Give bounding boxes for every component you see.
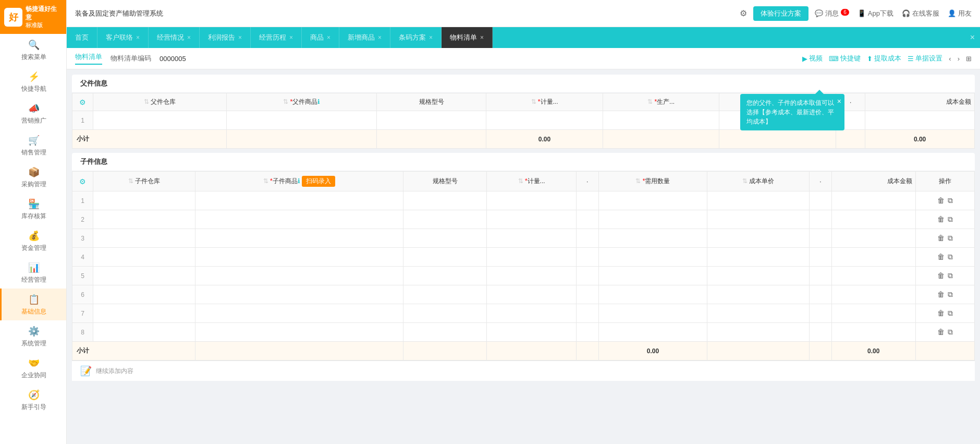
sidebar-item-operations[interactable]: 📊 经营管理 (0, 257, 66, 289)
delete-icon[interactable]: 🗑 (937, 253, 945, 261)
single-settings-action[interactable]: ☰ 单据设置 (908, 54, 942, 63)
sidebar-item-quick-nav[interactable]: ⚡ 快捷导航 (0, 66, 66, 98)
tab-new-goods[interactable]: 新增商品 × (339, 27, 390, 48)
delete-icon[interactable]: 🗑 (937, 290, 945, 299)
copy-icon[interactable]: ⧉ (948, 215, 953, 224)
child-required-qty-cell[interactable] (598, 267, 707, 285)
parent-warehouse-cell[interactable] (93, 111, 227, 130)
next-icon[interactable]: › (958, 55, 960, 63)
child-warehouse-cell[interactable] (93, 210, 195, 229)
close-icon[interactable]: × (187, 34, 191, 41)
copy-icon[interactable]: ⧉ (948, 290, 953, 299)
sidebar-item-system[interactable]: ⚙️ 系统管理 (0, 320, 66, 352)
child-unit-cell[interactable] (487, 210, 576, 229)
tab-customer[interactable]: 客户联络 × (97, 27, 149, 48)
child-unit-cost-cell[interactable] (707, 210, 809, 229)
child-required-qty-cell[interactable] (598, 191, 707, 210)
child-warehouse-cell[interactable] (93, 229, 195, 248)
message-button[interactable]: 💬 消息 6 (815, 9, 849, 18)
online-service-button[interactable]: 🎧 在线客服 (902, 9, 939, 18)
child-spec-cell[interactable] (403, 304, 487, 323)
sidebar-item-search[interactable]: 🔍 搜索菜单 (0, 34, 66, 66)
child-goods-cell[interactable] (195, 285, 403, 304)
parent-col-settings[interactable]: ⚙ (72, 93, 93, 111)
child-goods-cell[interactable] (195, 304, 403, 323)
tab-barcode[interactable]: 条码方案 × (390, 27, 442, 48)
child-spec-cell[interactable] (403, 248, 487, 267)
sidebar-item-stock[interactable]: 🏪 库存核算 (0, 193, 66, 225)
extract-cost-action[interactable]: ⬆ 提取成本 (867, 54, 901, 63)
child-required-qty-cell[interactable] (598, 229, 707, 248)
tooltip-close-button[interactable]: × (837, 96, 841, 107)
scan-input-button[interactable]: 扫码录入 (302, 176, 335, 187)
sidebar-item-guide[interactable]: 🧭 新手引导 (0, 384, 66, 416)
try-industry-button[interactable]: 体验行业方案 (753, 6, 808, 21)
close-icon[interactable]: × (429, 34, 433, 41)
tab-biz-history[interactable]: 经营历程 × (251, 27, 302, 48)
copy-icon[interactable]: ⧉ (948, 234, 953, 243)
child-unit-cost-cell[interactable] (707, 267, 809, 285)
child-spec-cell[interactable] (403, 285, 487, 304)
child-unit-cell[interactable] (487, 267, 576, 285)
child-spec-cell[interactable] (403, 191, 487, 210)
child-goods-cell[interactable] (195, 229, 403, 248)
tab-business[interactable]: 经营情况 × (149, 27, 200, 48)
gear-icon[interactable]: ⚙ (740, 8, 747, 18)
delete-icon[interactable]: 🗑 (937, 215, 945, 224)
tab-profit[interactable]: 利润报告 × (200, 27, 251, 48)
video-action[interactable]: ▶ 视频 (802, 54, 823, 63)
sidebar-item-sales[interactable]: 🛒 销售管理 (0, 129, 66, 161)
delete-icon[interactable]: 🗑 (937, 196, 945, 205)
copy-icon[interactable]: ⧉ (948, 309, 953, 318)
close-icon[interactable]: × (327, 34, 330, 41)
delete-icon[interactable]: 🗑 (937, 309, 945, 318)
child-spec-cell[interactable] (403, 229, 487, 248)
shortcut-action[interactable]: ⌨ 快捷键 (829, 54, 861, 63)
sidebar-item-basic-info[interactable]: 📋 基础信息 (0, 289, 66, 320)
app-download-button[interactable]: 📱 App下载 (858, 9, 893, 18)
child-goods-cell[interactable] (195, 323, 403, 342)
child-goods-cell[interactable] (195, 210, 403, 229)
child-warehouse-cell[interactable] (93, 323, 195, 342)
tab-goods[interactable]: 商品 × (302, 27, 339, 48)
close-icon[interactable]: × (136, 34, 140, 41)
copy-icon[interactable]: ⧉ (948, 196, 953, 205)
sidebar-item-marketing[interactable]: 📣 营销推广 (0, 98, 66, 129)
close-all-tabs[interactable]: × (965, 33, 980, 42)
child-required-qty-cell[interactable] (598, 248, 707, 267)
copy-icon[interactable]: ⧉ (948, 271, 953, 280)
child-unit-cost-cell[interactable] (707, 229, 809, 248)
child-warehouse-cell[interactable] (93, 285, 195, 304)
parent-production-cell[interactable] (603, 111, 719, 130)
close-icon[interactable]: × (378, 34, 382, 41)
parent-spec-cell[interactable] (377, 111, 486, 130)
delete-icon[interactable]: 🗑 (937, 234, 945, 243)
sidebar-item-purchase[interactable]: 📦 采购管理 (0, 161, 66, 193)
copy-icon[interactable]: ⧉ (948, 328, 953, 337)
page-tab-bom-code[interactable]: 物料清单编码 (111, 54, 151, 63)
child-unit-cell[interactable] (487, 229, 576, 248)
settings-icon[interactable]: ⚙ (79, 98, 86, 106)
parent-goods-cell[interactable] (226, 111, 377, 130)
child-required-qty-cell[interactable] (598, 304, 707, 323)
child-warehouse-cell[interactable] (93, 304, 195, 323)
child-unit-cell[interactable] (487, 323, 576, 342)
tab-home[interactable]: 首页 (67, 27, 97, 48)
close-icon[interactable]: × (238, 34, 242, 41)
child-warehouse-cell[interactable] (93, 191, 195, 210)
tab-bom[interactable]: 物料清单 × (442, 27, 493, 48)
child-unit-cell[interactable] (487, 285, 576, 304)
child-goods-cell[interactable] (195, 248, 403, 267)
parent-unit-cell[interactable] (486, 111, 603, 130)
child-required-qty-cell[interactable] (598, 210, 707, 229)
prev-icon[interactable]: ‹ (949, 55, 951, 63)
child-col-settings[interactable]: ⚙ (72, 172, 93, 191)
child-required-qty-cell[interactable] (598, 323, 707, 342)
child-goods-cell[interactable] (195, 267, 403, 285)
sidebar-item-enterprise[interactable]: 🤝 企业协同 (0, 352, 66, 384)
child-spec-cell[interactable] (403, 210, 487, 229)
delete-icon[interactable]: 🗑 (937, 271, 945, 280)
settings-icon[interactable]: ⚙ (79, 177, 86, 186)
child-unit-cost-cell[interactable] (707, 248, 809, 267)
user-menu[interactable]: 👤 用友 (948, 9, 972, 18)
